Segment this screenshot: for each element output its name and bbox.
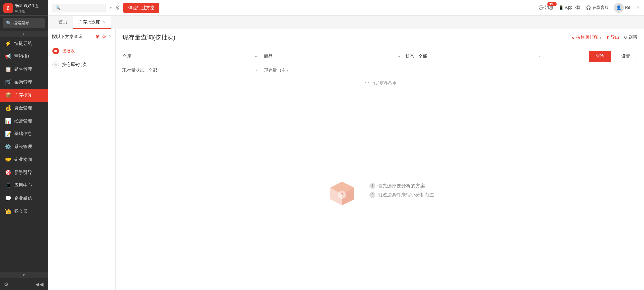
tabbar: 首页 库存批次账 ✕ [48, 16, 644, 29]
app-download-action[interactable]: 📱 App下载 [559, 5, 580, 11]
status-select-wrapper: 全部 正常 停用 ▾ [417, 52, 541, 60]
inventory-amount-from[interactable] [293, 66, 342, 74]
topbar-search[interactable]: 🔍 [52, 4, 106, 12]
empty-content: ? 请先选择要分析的方案 用过滤条件来缩小分析范围 [325, 175, 435, 209]
sidebar: 6 畅康通好生意 标准版 🔍 搜索菜单 ▲ ⚡ 快捷导航 📢 营销推广 📋 销售… [0, 0, 48, 290]
scroll-down-btn[interactable]: ▼ [0, 272, 48, 278]
product-input[interactable] [275, 52, 395, 60]
sidebar-item-basic[interactable]: 📝 基础信息 [0, 127, 48, 140]
basic-icon: 📝 [5, 131, 12, 137]
tab-inventory-batch[interactable]: 库存批次账 ✕ [73, 16, 111, 29]
sidebar-item-system[interactable]: ⚙️ 系统管理 [0, 140, 48, 153]
sidebar-item-marketing[interactable]: 📢 营销推广 [0, 50, 48, 63]
sidebar-item-sales[interactable]: 📋 销售管理 [0, 63, 48, 76]
refresh-action[interactable]: ↻ 刷新 [624, 34, 637, 40]
operations-icon: 📊 [5, 118, 12, 124]
filter-area: 仓库 ··· 商品 ··· 状态 [116, 46, 644, 93]
sidebar-item-newbie[interactable]: 🎯 新手引导 [0, 166, 48, 179]
sidebar-item-label: 企业微信 [14, 195, 32, 201]
sidebar-item-label: 快捷导航 [14, 40, 32, 47]
topbar-dropdown-icon[interactable]: ▾ [109, 5, 112, 10]
warehouse-more-icon[interactable]: ··· [255, 54, 258, 59]
system-icon: ⚙️ [5, 144, 12, 150]
page-header: 现存量查询(按批次) 🖨 按模板打印 ▾ ⬆ 导出 ↻ 刷新 [116, 29, 644, 46]
sidebar-item-label: 新手引导 [14, 169, 32, 176]
print-label: 按模板打印 [576, 34, 598, 40]
quick-nav-icon: ⚡ [5, 40, 12, 47]
sidebar-item-label: 资金管理 [14, 105, 32, 111]
sidebar-item-finance[interactable]: 💰 资金管理 [0, 102, 48, 114]
user-profile[interactable]: 👤 Rit [614, 3, 630, 13]
svg-text:?: ? [341, 192, 343, 197]
status-select[interactable]: 全部 正常 停用 [417, 52, 541, 60]
sidebar-item-label: 采购管理 [14, 79, 32, 85]
topbar-close-icon[interactable]: ✕ [636, 5, 640, 10]
vip-icon: 👑 [5, 208, 12, 214]
page-content: 按以下方案查询 ⊕ ⚙ « 按批次 按仓库+批次 [48, 29, 644, 290]
refresh-icon: ↻ [624, 35, 627, 40]
scroll-up-btn[interactable]: ▲ [0, 31, 48, 37]
query-button[interactable]: 查询 [589, 51, 611, 62]
enterprise-icon: 🤝 [5, 157, 12, 163]
sidebar-item-quick-nav[interactable]: ⚡ 快捷导航 [0, 37, 48, 50]
newbie-icon: 🎯 [5, 169, 12, 176]
collapse-sidebar-icon[interactable]: ◀◀ [35, 281, 44, 287]
tip-1: 请先选择要分析的方案 [369, 183, 435, 189]
inventory-amount-to[interactable] [351, 66, 400, 74]
status-label: 状态 [405, 53, 414, 59]
sales-icon: 📋 [5, 66, 12, 72]
tab-close-icon[interactable]: ✕ [102, 20, 105, 24]
scheme-label: 按批次 [62, 48, 75, 54]
scheme-label: 按仓库+批次 [62, 61, 87, 68]
scheme-item-by-warehouse-batch[interactable]: 按仓库+批次 [48, 58, 115, 71]
sidebar-item-vip[interactable]: 👑 畅会员 [0, 205, 48, 218]
settings-button[interactable]: 设置 [614, 51, 637, 62]
topbar-actions: 💬 消息 99+ 📱 App下载 🎧 在线客服 👤 Rit [539, 3, 630, 13]
sidebar-item-label: 经营管理 [14, 118, 32, 124]
sidebar-item-enterprise[interactable]: 🤝 企业协同 [0, 153, 48, 166]
topbar-settings-icon[interactable]: ⚙ [115, 4, 120, 11]
inventory-status-filter: 现存量状态 全部 ▾ [122, 66, 258, 74]
print-action[interactable]: 🖨 按模板打印 ▾ [571, 34, 602, 40]
messages-action[interactable]: 💬 消息 99+ [539, 5, 553, 11]
sidebar-item-purchase[interactable]: 🛒 采购管理 [0, 76, 48, 89]
print-dropdown-icon[interactable]: ▾ [599, 35, 602, 40]
warehouse-input[interactable] [134, 52, 254, 60]
tab-home[interactable]: 首页 [53, 16, 73, 29]
svg-point-1 [54, 63, 57, 66]
sidebar-item-operations[interactable]: 📊 经营管理 [0, 114, 48, 127]
export-label: 导出 [611, 34, 620, 40]
sidebar-footer: ⚙ ◀◀ [0, 278, 48, 290]
app-download-label: App下载 [565, 5, 580, 11]
avatar: 👤 [614, 3, 624, 13]
right-content: 现存量查询(按批次) 🖨 按模板打印 ▾ ⬆ 导出 ↻ 刷新 [116, 29, 644, 290]
sidebar-search[interactable]: 🔍 搜索菜单 [3, 18, 45, 28]
experience-btn[interactable]: 体验行业方案 [123, 3, 159, 13]
inventory-amount-label: 现存量（主） [264, 67, 290, 73]
sidebar-item-wechat[interactable]: 💬 企业微信 [0, 192, 48, 205]
product-more-icon[interactable]: ··· [396, 54, 400, 59]
print-icon: 🖨 [571, 35, 575, 40]
export-action[interactable]: ⬆ 导出 [606, 34, 620, 40]
online-service-label: 在线客服 [592, 5, 609, 11]
wechat-icon: 💬 [5, 195, 12, 201]
collapse-panel-icon[interactable]: « [108, 33, 111, 40]
sidebar-item-inventory[interactable]: 📦 库存核算 [0, 89, 48, 102]
messages-badge: 99+ [547, 2, 557, 6]
scheme-item-by-batch[interactable]: 按批次 [48, 44, 115, 58]
inventory-status-select[interactable]: 全部 [147, 66, 258, 74]
sidebar-item-label: 企业协同 [14, 157, 32, 163]
sidebar-item-label: 畅会员 [14, 208, 28, 214]
online-service-action[interactable]: 🎧 在线客服 [586, 5, 609, 11]
collapse-more[interactable]: ⌃⌃ 收起更多条件 [122, 78, 637, 88]
purchase-icon: 🛒 [5, 79, 12, 85]
service-icon: 🎧 [586, 5, 591, 10]
left-panel-header-actions: ⊕ ⚙ « [95, 33, 111, 40]
appstore-icon: 📱 [5, 182, 12, 188]
sidebar-item-appstore[interactable]: 📱 应用中心 [0, 179, 48, 192]
add-scheme-icon[interactable]: ⊕ [95, 33, 100, 40]
collapse-label: 收起更多条件 [372, 80, 396, 86]
scheme-settings-icon[interactable]: ⚙ [102, 33, 106, 40]
settings-icon[interactable]: ⚙ [4, 281, 9, 287]
tab-inventory-batch-label: 库存批次账 [78, 19, 100, 25]
